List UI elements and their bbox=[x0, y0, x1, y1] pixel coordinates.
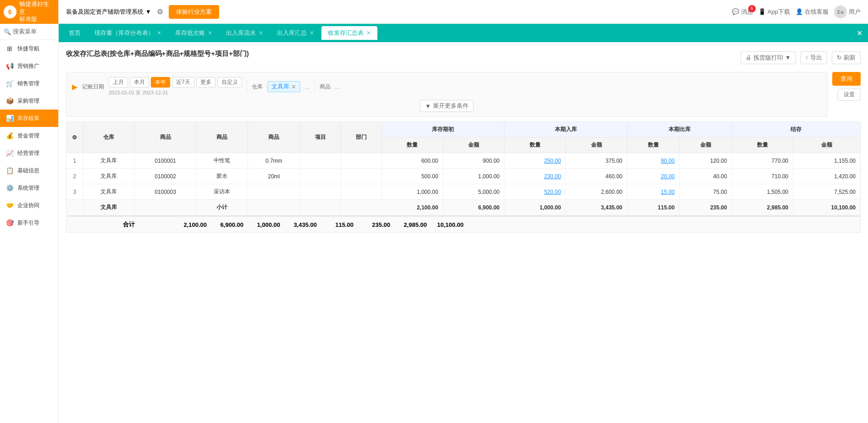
sidebar-item-quick-nav[interactable]: ⊞ 快捷导航 bbox=[0, 40, 58, 57]
cell-dept bbox=[341, 169, 381, 184]
date-label: 记账日期 bbox=[82, 83, 104, 91]
chevron-down-icon-print: ▼ bbox=[785, 54, 791, 61]
sidebar-item-operations[interactable]: 📈 经营管理 bbox=[0, 144, 58, 162]
date-btn-this-month[interactable]: 本月 bbox=[130, 77, 149, 88]
filter-divider-2 bbox=[315, 80, 315, 93]
tab-inventory-dist[interactable]: 现存量（库存分布表） ✕ bbox=[88, 26, 168, 40]
system-title[interactable]: 装备及固定资产辅助管理系统 ▼ bbox=[66, 8, 151, 16]
sidebar-item-finance[interactable]: 💰 资金管理 bbox=[0, 127, 58, 144]
goods-more-btn[interactable]: ... bbox=[335, 83, 340, 90]
cell-spec: 0.7mm bbox=[248, 153, 300, 169]
tab-batch-close[interactable]: ✕ bbox=[208, 30, 212, 36]
tab-receive-summary[interactable]: 收发存汇总表 ✕ bbox=[321, 26, 377, 40]
sidebar-item-sales[interactable]: 🛒 销售管理 bbox=[0, 75, 58, 92]
cell-begin-qty: 2,100.00 bbox=[381, 200, 443, 215]
sidebar-item-enterprise[interactable]: 🤝 企业协同 bbox=[0, 197, 58, 214]
cell-begin-qty: 600.00 bbox=[381, 153, 443, 169]
cell-out-qty[interactable]: 20.00 bbox=[627, 169, 680, 184]
purchase-icon: 📦 bbox=[6, 97, 14, 105]
online-service-action[interactable]: 👤 在线客服 bbox=[796, 8, 829, 16]
export-btn[interactable]: ↑ 导出 bbox=[801, 51, 828, 64]
logo-icon: 6 bbox=[4, 5, 17, 18]
cell-begin-amt: 5,000.00 bbox=[443, 184, 504, 200]
warehouse-tag[interactable]: 文具库 ✕ bbox=[267, 81, 300, 92]
table-row[interactable]: 3 文具库 0100003 采访本 1,000.00 5,000.00 520.… bbox=[66, 184, 860, 200]
date-btn-this-year[interactable]: 本年 bbox=[151, 77, 170, 88]
tab-inventory-dist-close[interactable]: ✕ bbox=[157, 30, 161, 36]
sidebar-item-inventory[interactable]: 📊 库存核算 bbox=[0, 110, 58, 127]
table-settings-col[interactable]: ⚙ bbox=[66, 122, 83, 153]
date-btn-more[interactable]: 更多 bbox=[196, 77, 216, 88]
sidebar-item-marketing[interactable]: 📢 营销推广 bbox=[0, 57, 58, 75]
cell-begin-qty: 500.00 bbox=[381, 169, 443, 184]
service-icon: 👤 bbox=[796, 8, 803, 15]
cell-out-qty: 115.00 bbox=[627, 200, 680, 215]
footer-bal-qty: 2,985.00 bbox=[395, 221, 431, 228]
experience-btn[interactable]: 体验行业方案 bbox=[169, 5, 219, 19]
print-btn[interactable]: 🖨 拣货版打印 ▼ bbox=[741, 51, 796, 64]
cell-name: 胶水 bbox=[196, 169, 248, 184]
cell-no: 3 bbox=[66, 184, 83, 200]
sidebar-logo: 6 畅捷通好生意 标准版 bbox=[0, 0, 58, 24]
cell-out-amt: 120.00 bbox=[680, 153, 732, 169]
cell-out-qty[interactable]: 15.00 bbox=[627, 184, 680, 200]
footer-in-qty: 1,000.00 bbox=[248, 221, 285, 228]
expand-conditions-btn[interactable]: ▼ 展开更多条件 bbox=[420, 100, 474, 112]
base-info-icon: 📋 bbox=[6, 166, 14, 175]
tab-inout-flow[interactable]: 出入库流水 ✕ bbox=[220, 26, 270, 40]
warehouse-more-btn[interactable]: ... bbox=[305, 83, 310, 90]
settings-btn[interactable]: 设置 bbox=[838, 88, 861, 101]
date-buttons-row: 上月 本月 本年 近7天 更多 自定义 bbox=[109, 77, 242, 88]
tab-receive-summary-close[interactable]: ✕ bbox=[366, 30, 371, 36]
tab-inout-summary[interactable]: 出入库汇总 ✕ bbox=[271, 26, 321, 40]
cell-in-amt: 460.00 bbox=[566, 169, 627, 184]
avatar: Ea bbox=[834, 5, 847, 18]
query-btn[interactable]: 查询 bbox=[832, 72, 861, 86]
date-btn-custom[interactable]: 自定义 bbox=[217, 77, 242, 88]
cell-project bbox=[300, 153, 341, 169]
sidebar-item-system[interactable]: ⚙️ 系统管理 bbox=[0, 179, 58, 197]
tab-home[interactable]: 首页 bbox=[62, 26, 87, 40]
inventory-icon: 📊 bbox=[6, 114, 14, 122]
table-row[interactable]: 1 文具库 0100001 中性笔 0.7mm 600.00 900.00 25… bbox=[66, 153, 860, 169]
warehouse-label: 仓库 bbox=[252, 83, 263, 91]
table-row[interactable]: 2 文具库 0100002 胶水 20ml 500.00 1,000.00 23… bbox=[66, 169, 860, 184]
date-btn-7days[interactable]: 近7天 bbox=[172, 77, 194, 88]
table-footer: 合计 2,100.00 6,900.00 1,000.00 3,435.00 1… bbox=[66, 216, 861, 233]
app-download-action[interactable]: 📱 App下载 bbox=[758, 8, 790, 16]
table-row[interactable]: 文具库 小计 2,100.00 6,900.00 1,000.00 3,435.… bbox=[66, 200, 860, 215]
settings-icon[interactable]: ⚙ bbox=[157, 7, 163, 16]
cell-in-qty[interactable]: 520.00 bbox=[504, 184, 566, 200]
sidebar: 6 畅捷通好生意 标准版 🔍 搜索菜单 ⊞ 快捷导航 📢 营销推广 🛒 销售管理… bbox=[0, 0, 59, 423]
sidebar-item-guide[interactable]: 🎯 新手引导 bbox=[0, 214, 58, 231]
filter-collapse-btn[interactable]: ▶ bbox=[72, 82, 77, 91]
cell-in-qty[interactable]: 230.00 bbox=[504, 169, 566, 184]
cell-begin-qty: 1,000.00 bbox=[381, 184, 443, 200]
quick-nav-icon: ⊞ bbox=[6, 44, 14, 53]
tab-inout-flow-close[interactable]: ✕ bbox=[259, 30, 263, 36]
refresh-btn[interactable]: ↻ 刷新 bbox=[832, 51, 861, 64]
sidebar-item-base-info[interactable]: 📋 基础信息 bbox=[0, 162, 58, 179]
sidebar-item-purchase[interactable]: 📦 采购管理 bbox=[0, 92, 58, 110]
cell-project bbox=[300, 200, 341, 215]
tab-batch-label: 库存批次账 bbox=[175, 29, 205, 37]
cell-no: 1 bbox=[66, 153, 83, 169]
search-menu-item[interactable]: 🔍 搜索菜单 bbox=[0, 24, 58, 40]
cell-out-qty[interactable]: 80.00 bbox=[627, 153, 680, 169]
tab-batch[interactable]: 库存批次账 ✕ bbox=[169, 26, 219, 40]
finance-icon: 💰 bbox=[6, 132, 14, 140]
tabbar-close-btn[interactable]: ✕ bbox=[855, 27, 864, 39]
col-out-qty: 数量 bbox=[627, 137, 680, 153]
tab-inventory-dist-label: 现存量（库存分布表） bbox=[94, 29, 154, 37]
warehouse-tag-close[interactable]: ✕ bbox=[291, 83, 296, 90]
message-action[interactable]: 💬 消息 6 bbox=[732, 8, 753, 16]
date-btn-last-month[interactable]: 上月 bbox=[109, 77, 128, 88]
col-begin-amt: 金额 bbox=[443, 137, 504, 153]
cell-bal-amt: 1,420.00 bbox=[793, 169, 860, 184]
tab-inout-summary-close[interactable]: ✕ bbox=[310, 30, 314, 36]
date-range: 2023-01-01 至 2023-12-31 bbox=[109, 89, 242, 96]
chevron-down-icon: ▼ bbox=[145, 8, 151, 15]
cell-in-qty[interactable]: 250.00 bbox=[504, 153, 566, 169]
cell-bal-amt: 7,525.00 bbox=[793, 184, 860, 200]
user-action[interactable]: Ea 用户 bbox=[834, 5, 861, 18]
